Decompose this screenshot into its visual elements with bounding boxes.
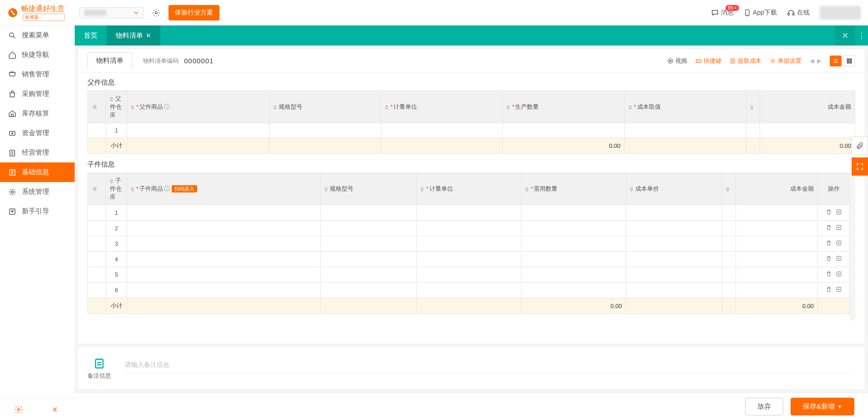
remark-icon-wrap: 备注信息	[87, 356, 111, 380]
sidebar-item-sales[interactable]: 销售管理	[0, 65, 75, 84]
remark-block: 备注信息	[78, 347, 864, 389]
search-icon	[8, 31, 16, 40]
collapse-sidebar-icon[interactable]	[52, 405, 60, 414]
tab-bom[interactable]: 物料清单 ✕	[107, 25, 160, 46]
child-col-qty[interactable]: *需用数量	[521, 173, 626, 205]
settings-footer-icon[interactable]	[15, 405, 23, 414]
action-shortcut[interactable]: 快捷键	[695, 57, 721, 65]
doc-actions: 视频 快捷键 提取成本 单据设置 ◀ ▶	[667, 56, 855, 66]
parent-col-costsource[interactable]: *成本取值	[624, 91, 746, 123]
parent-col-unit[interactable]: *计量单位	[381, 91, 503, 123]
svg-point-19	[772, 60, 774, 62]
scan-entry-badge[interactable]: 扫码录入	[172, 185, 197, 192]
table-row[interactable]: 2	[88, 221, 850, 236]
bag-icon	[8, 90, 16, 98]
view-card-button[interactable]	[843, 56, 855, 66]
table-scrollbar[interactable]	[850, 172, 855, 320]
child-col-amount[interactable]: 成本金额	[736, 173, 818, 205]
parent-col-blank[interactable]	[746, 91, 760, 123]
settings-icon[interactable]	[152, 9, 160, 17]
close-tab-icon[interactable]: ✕	[146, 32, 151, 39]
add-row-icon[interactable]	[836, 271, 842, 277]
delete-row-icon[interactable]	[826, 240, 832, 246]
side-anchor	[852, 137, 868, 176]
table-row[interactable]: 6	[88, 283, 850, 298]
save-new-button[interactable]: 保存&新增 ▼	[791, 398, 854, 415]
remark-input[interactable]	[125, 356, 855, 373]
parent-col-gear[interactable]	[88, 91, 106, 123]
child-col-spec[interactable]: 规格型号	[321, 173, 417, 205]
experience-button[interactable]: 体验行业方案	[168, 5, 220, 20]
table-row[interactable]: 3	[88, 236, 850, 252]
msg-badge: 99 +	[725, 5, 739, 11]
delete-row-icon[interactable]	[826, 286, 832, 293]
table-row[interactable]: 5	[88, 267, 850, 283]
sidebar-item-funds[interactable]: 资金管理	[0, 123, 75, 143]
info-icon[interactable]: ⓘ	[164, 103, 170, 110]
chevron-down-icon: ▼	[837, 404, 842, 409]
chat-icon	[711, 9, 719, 17]
sidebar-item-system[interactable]: 系统管理	[0, 182, 75, 202]
child-table: 子件仓库 *子件商品ⓘ扫码录入 规格型号 *计量单位 *需用数量 成本单价 成本…	[87, 172, 850, 314]
add-row-icon[interactable]	[836, 224, 842, 231]
action-video[interactable]: 视频	[667, 57, 687, 65]
parent-col-goods[interactable]: *父件商品ⓘ	[127, 91, 270, 123]
child-col-goods[interactable]: *子件商品ⓘ扫码录入	[127, 173, 321, 205]
discard-button[interactable]: 放弃	[745, 398, 783, 415]
parent-col-warehouse[interactable]: 父件仓库	[106, 91, 127, 123]
action-doc-setting[interactable]: 单据设置	[770, 57, 802, 65]
sidebar-item-inventory[interactable]: 库存核算	[0, 104, 75, 123]
add-row-icon[interactable]	[836, 209, 842, 215]
svg-rect-21	[850, 59, 852, 61]
messages-button[interactable]: 消息 99 +	[711, 9, 734, 17]
top-right-tools: 消息 99 + App下载 在线	[711, 6, 861, 20]
sidebar-item-search[interactable]: 搜索菜单	[0, 25, 75, 45]
table-row[interactable]: 4	[88, 252, 850, 267]
table-row[interactable]: 1	[88, 123, 855, 138]
action-extract-cost[interactable]: 提取成本	[730, 57, 761, 65]
child-col-gear[interactable]	[88, 173, 106, 205]
next-arrow-icon[interactable]: ▶	[817, 57, 822, 64]
close-all-tabs-button[interactable]	[835, 25, 855, 46]
child-col-warehouse[interactable]: 子件仓库	[106, 173, 127, 205]
parent-col-spec[interactable]: 规格型号	[269, 91, 381, 123]
gear-dashed-icon	[8, 188, 16, 196]
child-col-unit[interactable]: *计量单位	[417, 173, 521, 205]
tabs-more-button[interactable]: ⋮	[855, 25, 868, 46]
table-row[interactable]: 1	[88, 205, 850, 221]
fullscreen-icon[interactable]	[852, 157, 868, 176]
add-row-icon[interactable]	[836, 255, 842, 262]
play-circle-icon	[667, 58, 674, 64]
parent-col-costamount[interactable]: 成本金额	[760, 91, 855, 123]
tabs-bar: 首页 物料清单 ✕ ⋮	[75, 25, 868, 46]
add-row-icon[interactable]	[836, 240, 842, 246]
attachment-icon[interactable]	[852, 137, 868, 155]
sidebar-item-purchase[interactable]: 采购管理	[0, 84, 75, 104]
sidebar-item-business[interactable]: 经营管理	[0, 143, 75, 162]
online-support-button[interactable]: 在线	[787, 9, 810, 17]
delete-row-icon[interactable]	[826, 224, 832, 231]
org-selector[interactable]	[79, 7, 144, 18]
view-list-button[interactable]	[830, 56, 842, 66]
child-col-price[interactable]: 成本单价	[626, 173, 722, 205]
delete-row-icon[interactable]	[826, 255, 832, 262]
top-bar: 畅捷通好生意 标准版 体验行业方案 消息 99 + App下载 在线	[0, 0, 868, 25]
gear-icon	[770, 58, 776, 64]
child-subtotal-row: 小计 0.00 0.00	[88, 298, 850, 314]
tab-home[interactable]: 首页	[75, 25, 107, 46]
app-download-button[interactable]: App下载	[744, 9, 777, 17]
sidebar-item-guide[interactable]: 新手引导	[0, 202, 75, 221]
doc-tab-bom[interactable]: 物料清单	[87, 52, 132, 69]
delete-row-icon[interactable]	[826, 271, 832, 277]
child-col-blank[interactable]	[722, 173, 736, 205]
user-avatar[interactable]	[820, 6, 861, 20]
sidebar-item-basics[interactable]: 基础信息	[0, 162, 75, 182]
prev-arrow-icon[interactable]: ◀	[810, 57, 814, 64]
delete-row-icon[interactable]	[826, 209, 832, 215]
sidebar-item-quicknav[interactable]: 快捷导航	[0, 45, 75, 65]
home-icon	[8, 51, 16, 59]
svg-point-9	[12, 132, 13, 134]
add-row-icon[interactable]	[836, 286, 842, 293]
info-icon[interactable]: ⓘ	[164, 185, 170, 192]
parent-col-qty[interactable]: *生产数量	[503, 91, 624, 123]
